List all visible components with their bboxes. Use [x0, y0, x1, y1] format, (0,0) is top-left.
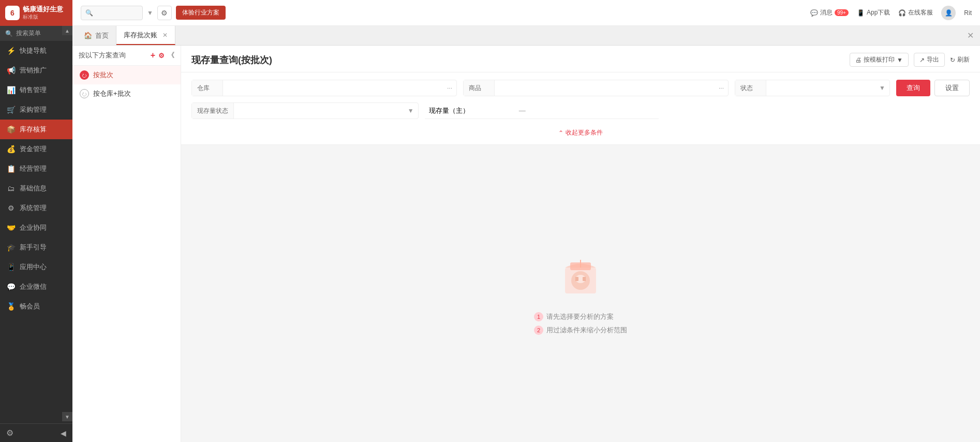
- tab-inventory-batch[interactable]: 库存批次账 ✕: [116, 26, 175, 45]
- scheme-item-by-warehouse-batch[interactable]: ⭮ 按仓库+批次: [72, 84, 181, 103]
- svg-rect-5: [583, 277, 586, 281]
- scheme-dot-outline: ⭮: [80, 89, 89, 98]
- warehouse-filter: 仓库 ···: [191, 80, 457, 96]
- sidebar-item-apps[interactable]: 📱 应用中心: [0, 257, 72, 277]
- sidebar-collapse-icon[interactable]: ◀: [61, 429, 66, 437]
- username[interactable]: Rit: [964, 9, 972, 17]
- sidebar-item-marketing[interactable]: 📢 营销推广: [0, 61, 72, 80]
- sidebar-item-wechat[interactable]: 💬 企业微信: [0, 277, 72, 297]
- inventory-icon: 📦: [6, 125, 16, 134]
- tabbar: 🏠 首页 库存批次账 ✕ ✕: [72, 26, 980, 46]
- svg-rect-4: [575, 277, 578, 281]
- scheme-settings-btn[interactable]: ⚙: [158, 52, 165, 60]
- sidebar-footer: ⚙ ◀: [0, 423, 72, 442]
- stock-qty-to[interactable]: [530, 107, 571, 114]
- scheme-add-btn[interactable]: +: [151, 51, 155, 60]
- message-icon: 💬: [810, 9, 818, 17]
- empty-state: 1 请先选择要分析的方案 2 用过滤条件来缩小分析范围: [181, 145, 980, 442]
- wechat-icon: 💬: [6, 282, 16, 291]
- search-icon: 🔍: [85, 9, 93, 17]
- experience-btn[interactable]: 体验行业方案: [176, 6, 226, 20]
- headset-icon: 🎧: [898, 9, 906, 17]
- print-dropdown-icon: ▼: [897, 56, 903, 64]
- sidebar-item-operations[interactable]: 📋 经营管理: [0, 159, 72, 179]
- sidebar-item-basics[interactable]: 🗂 基础信息: [0, 179, 72, 198]
- qty-separator: —: [519, 107, 526, 114]
- sidebar-search[interactable]: 🔍 搜索菜单: [0, 26, 72, 41]
- sidebar-item-collab[interactable]: 🤝 企业协同: [0, 218, 72, 238]
- sidebar-settings-icon[interactable]: ⚙: [6, 428, 13, 438]
- empty-tips: 1 请先选择要分析的方案 2 用过滤条件来缩小分析范围: [534, 312, 627, 335]
- marketing-icon: 📢: [6, 66, 16, 75]
- filter-row-1: 仓库 ··· 商品 ··· 状态 ▼ 查询: [191, 80, 970, 96]
- apps-icon: 📱: [6, 262, 16, 272]
- topbar-gear[interactable]: ⚙: [157, 6, 172, 20]
- sidebar-item-sales[interactable]: 📊 销售管理: [0, 80, 72, 100]
- topbar: 🔍 ▼ ⚙ 体验行业方案 💬 消息 99+ 📱 App下载 🎧 在线客服 👤 R…: [72, 0, 980, 26]
- search-icon: 🔍: [5, 30, 13, 37]
- page-content: 按以下方案查询 + ⚙ 《 ⭮ 按批次 ⭮ 按仓库+批次 现存量查询(按批次): [72, 46, 980, 442]
- empty-tip-1: 1 请先选择要分析的方案: [534, 312, 627, 321]
- sidebar: 6 畅康通好生意 标准版 🔍 搜索菜单 ▲ ⚡ 快捷导航 📢 营销推广 📊 销售…: [0, 0, 72, 442]
- basics-icon: 🗂: [6, 184, 16, 193]
- status-arrow[interactable]: ▼: [875, 84, 889, 92]
- scheme-collapse-btn[interactable]: 《: [168, 51, 174, 60]
- tab-close-panel[interactable]: ✕: [961, 31, 980, 40]
- system-icon: ⚙: [6, 203, 16, 213]
- sidebar-item-member[interactable]: 🏅 畅会员: [0, 297, 72, 316]
- scheme-dot-active: ⭮: [80, 70, 89, 80]
- print-btn[interactable]: 🖨 按模板打印 ▼: [850, 53, 909, 67]
- download-icon: 📱: [857, 9, 865, 17]
- sidebar-scroll-up[interactable]: ▲: [62, 26, 72, 35]
- query-btn[interactable]: 查询: [896, 80, 930, 96]
- purchase-icon: 🛒: [6, 105, 16, 114]
- warehouse-input[interactable]: [223, 84, 443, 92]
- product-input[interactable]: [495, 84, 715, 92]
- status-input[interactable]: [766, 84, 875, 92]
- member-icon: 🏅: [6, 302, 16, 311]
- right-panel: 现存量查询(按批次) 🖨 按模板打印 ▼ ↗ 导出 ↻ 刷新: [181, 46, 980, 442]
- version-label: 标准版: [23, 13, 63, 21]
- sales-icon: 📊: [6, 85, 16, 95]
- user-avatar[interactable]: 👤: [941, 6, 956, 20]
- refresh-btn[interactable]: ↻ 刷新: [950, 55, 970, 64]
- export-btn[interactable]: ↗ 导出: [914, 53, 945, 67]
- main-area: 🔍 ▼ ⚙ 体验行业方案 💬 消息 99+ 📱 App下载 🎧 在线客服 👤 R…: [72, 0, 980, 442]
- sidebar-item-inventory[interactable]: 📦 库存核算: [0, 120, 72, 139]
- scheme-item-by-batch[interactable]: ⭮ 按批次: [72, 66, 181, 84]
- sidebar-item-purchase[interactable]: 🛒 采购管理: [0, 100, 72, 120]
- stock-qty-label: 现存量（主）: [429, 106, 469, 115]
- product-more-btn[interactable]: ···: [715, 84, 728, 92]
- warehouse-label: 仓库: [192, 80, 223, 96]
- app-logo: 6: [5, 6, 20, 20]
- sidebar-item-newbie[interactable]: 🎓 新手引导: [0, 238, 72, 257]
- tip-num-1: 1: [534, 312, 543, 321]
- warehouse-more-btn[interactable]: ···: [443, 84, 456, 92]
- sidebar-scroll-down[interactable]: ▼: [62, 412, 72, 421]
- online-service-action[interactable]: 🎧 在线客服: [898, 8, 933, 17]
- tab-close-btn[interactable]: ✕: [162, 32, 168, 39]
- topbar-search-box[interactable]: 🔍: [81, 6, 143, 20]
- stock-qty-from[interactable]: [473, 107, 515, 114]
- finance-icon: 💰: [6, 144, 16, 154]
- page-title: 现存量查询(按批次): [191, 54, 272, 66]
- settings-btn[interactable]: 设置: [934, 80, 970, 96]
- app-download-action[interactable]: 📱 App下载: [857, 8, 890, 17]
- action-buttons: 查询 设置: [896, 80, 970, 96]
- collab-icon: 🤝: [6, 223, 16, 232]
- messages-badge: 99+: [835, 9, 849, 16]
- operations-icon: 📋: [6, 164, 16, 173]
- sidebar-item-finance[interactable]: 💰 资金管理: [0, 139, 72, 159]
- tab-home[interactable]: 🏠 首页: [77, 26, 116, 45]
- stock-qty-filter: 现存量（主） —: [425, 102, 659, 119]
- sidebar-item-system[interactable]: ⚙ 系统管理: [0, 198, 72, 218]
- empty-illustration: [550, 252, 612, 304]
- export-icon: ↗: [919, 56, 925, 64]
- collapse-more-btn[interactable]: ⌃ 收起更多条件: [191, 125, 970, 137]
- scheme-title: 按以下方案查询: [79, 51, 126, 60]
- stock-status-arrow[interactable]: ▼: [404, 107, 418, 114]
- page-header: 现存量查询(按批次) 🖨 按模板打印 ▼ ↗ 导出 ↻ 刷新: [181, 46, 980, 72]
- messages-action[interactable]: 💬 消息 99+: [810, 8, 849, 17]
- sidebar-item-quick-nav[interactable]: ⚡ 快捷导航: [0, 41, 72, 61]
- topbar-dropdown[interactable]: ▼: [147, 9, 153, 17]
